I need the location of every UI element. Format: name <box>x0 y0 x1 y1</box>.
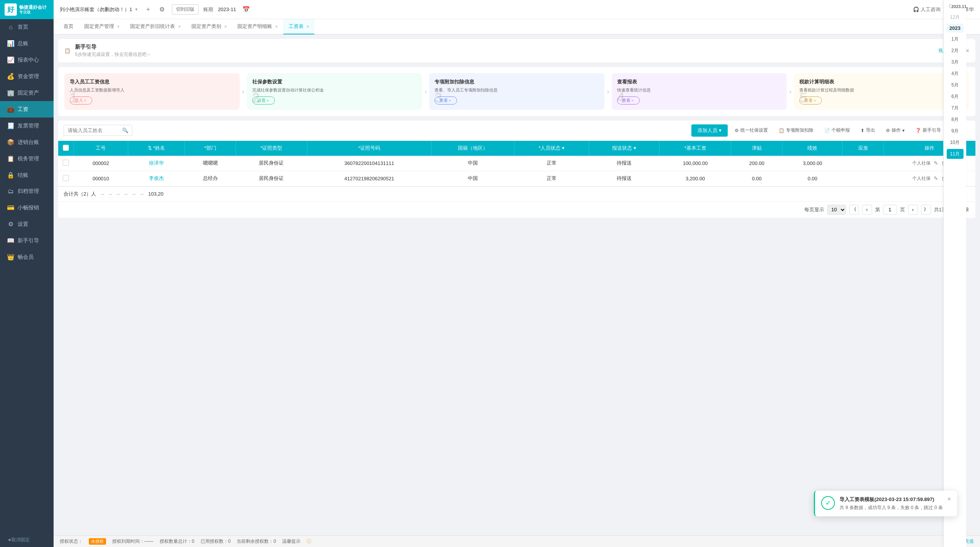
tab-fixed-depreciation[interactable]: 固定资产折旧统计表 × <box>125 19 186 34</box>
cal-month-11[interactable]: 11月 <box>947 149 964 159</box>
sidebar-item-settings[interactable]: ⚙ 设置 <box>0 216 54 232</box>
sidebar-item-reports[interactable]: 📈 报表中心 <box>0 52 54 68</box>
cal-month-4[interactable]: 4月 <box>947 69 964 78</box>
personal-insurance-link-1[interactable]: 个人社保 <box>912 160 931 167</box>
cal-month-dec-prev[interactable]: 12月 <box>947 12 964 22</box>
step-1: 导入员工工资信息 人员信息及工资数据新增导入 导入＞ 1 <box>64 73 240 110</box>
sidebar-label-member: 畅会员 <box>18 254 34 261</box>
sidebar-item-tax[interactable]: 📋 税务管理 <box>0 150 54 167</box>
auth-period: 授权到期时间：—— <box>112 538 154 545</box>
add-account-btn[interactable]: ＋ <box>143 4 154 15</box>
special-deduction-btn[interactable]: 📋 专项附加扣除 <box>775 125 817 136</box>
name-link-1[interactable]: 徐泽华 <box>149 160 164 166</box>
sidebar-item-fixed-assets[interactable]: 🏢 固定资产 <box>0 85 54 101</box>
sidebar-item-expense[interactable]: 🧾 发票管理 <box>0 118 54 134</box>
step-2: 社保参数设置 完成社保参数设置自动计算社保公积金 设置＞ 2 <box>247 73 422 110</box>
row2-checkbox[interactable] <box>63 175 69 181</box>
sidebar-label-archive: 归档管理 <box>18 188 39 195</box>
td-name-2[interactable]: 李俊杰 <box>128 171 185 186</box>
tab-fixed-category-label: 固定资产类别 <box>191 23 221 30</box>
settings-btn[interactable]: ⚙ <box>157 4 167 15</box>
select-all-checkbox[interactable] <box>63 145 69 151</box>
old-version-btn[interactable]: 切到旧版 <box>172 4 199 15</box>
row1-checkbox[interactable] <box>63 160 69 166</box>
th-status[interactable]: *人员状态 ▾ <box>514 141 589 156</box>
cal-month-9[interactable]: 9月 <box>947 126 964 136</box>
th-check[interactable] <box>58 141 74 156</box>
auth-total: 授权数量总计：0 <box>160 538 194 545</box>
sidebar-item-expense2[interactable]: 💳 小畅报销 <box>0 199 54 216</box>
prev-page-btn[interactable]: ‹ <box>862 205 872 215</box>
tab-salary-close[interactable]: × <box>307 24 309 29</box>
member-icon: 👑 <box>7 253 15 261</box>
td-status-2: 正常 <box>514 171 589 186</box>
logo-icon: 好 <box>5 3 17 16</box>
guide-btn[interactable]: ❓ 新手引导 <box>911 125 945 136</box>
toast-desc: 共 9 条数据，成功导入 9 条，失败 0 条，跳过 0 条 <box>840 505 942 511</box>
personal-insurance-link-2[interactable]: 个人社保 <box>912 175 931 182</box>
warning-label: 温馨提示 <box>282 538 301 545</box>
cal-month-7[interactable]: 7月 <box>947 103 964 113</box>
sidebar-label-salary: 工资 <box>18 106 28 113</box>
social-insurance-btn[interactable]: ⚙ 统一社保设置 <box>731 125 772 136</box>
toast-close-btn[interactable]: × <box>947 496 951 502</box>
cal-expand-icon[interactable]: 《 <box>946 3 951 10</box>
calendar-panel: 《 2023.11 12月 2023 1月 2月 3月 4月 5月 6月 7月 … <box>943 0 966 547</box>
add-person-btn[interactable]: 添加人员 ▾ <box>691 124 728 137</box>
tab-fixed-detail[interactable]: 固定资产明细账 × <box>232 19 283 34</box>
tax-report-btn[interactable]: 📄 个税申报 <box>820 125 854 136</box>
td-name-1[interactable]: 徐泽华 <box>128 156 185 171</box>
th-report-status[interactable]: 报送状态 ▾ <box>589 141 659 156</box>
tab-salary[interactable]: 工资表 × <box>283 19 314 34</box>
calendar-btn[interactable]: 📅 <box>241 4 252 15</box>
tab-fixed-category[interactable]: 固定资产类别 × <box>186 19 232 34</box>
consulting-btn[interactable]: 🎧 人工咨询 <box>913 6 941 13</box>
fixed-assets-icon: 🏢 <box>7 89 15 96</box>
pagination-bar: 每页显示 10 20 50 《 ‹ 第 页 › 》 共1页，2条记录 <box>58 201 975 218</box>
export-btn[interactable]: ⬆ 导出 <box>857 125 879 136</box>
table-wrapper: 工号 ⇅ *姓名 *部门 *证照类型 *证照号码 国籍（地区） *人员状态 ▾ … <box>58 141 975 186</box>
edit-icon-1[interactable]: ✎ <box>934 160 938 166</box>
th-name[interactable]: ⇅ *姓名 <box>128 141 185 156</box>
td-check-1[interactable] <box>58 156 74 171</box>
cal-month-1[interactable]: 1月 <box>947 34 964 44</box>
account-selector[interactable]: 刘小艳演示账套（勿删勿动！）1 ▼ <box>60 6 138 13</box>
sidebar-item-funds[interactable]: 💰 资金管理 <box>0 68 54 85</box>
operations-btn[interactable]: ⚙ 操作 ▾ <box>882 125 908 136</box>
export-icon: ⬆ <box>861 128 864 133</box>
sidebar-item-guide[interactable]: 📖 新手引导 <box>0 232 54 249</box>
cal-month-3[interactable]: 3月 <box>947 57 964 67</box>
search-input[interactable] <box>68 127 120 133</box>
td-check-2[interactable] <box>58 171 74 186</box>
page-input[interactable] <box>883 205 897 215</box>
sidebar-item-home[interactable]: ⌂ 首页 <box>0 19 54 35</box>
tab-fixed-assets-close[interactable]: × <box>117 24 119 29</box>
tab-fixed-depreciation-close[interactable]: × <box>178 24 180 29</box>
tab-fixed-category-close[interactable]: × <box>224 24 227 29</box>
tab-home[interactable]: 首页 <box>58 19 79 34</box>
cal-month-8[interactable]: 8月 <box>947 114 964 124</box>
per-page-select[interactable]: 10 20 50 <box>827 205 846 215</box>
last-page-btn[interactable]: 》 <box>921 205 931 215</box>
cal-month-10[interactable]: 10月 <box>947 137 964 147</box>
cal-month-5[interactable]: 5月 <box>947 80 964 90</box>
cal-month-2[interactable]: 2月 <box>947 46 964 56</box>
first-page-btn[interactable]: 《 <box>849 205 859 215</box>
step-1-title: 导入员工工资信息 <box>70 78 234 85</box>
tab-fixed-assets[interactable]: 固定资产管理 × <box>79 19 125 34</box>
tab-fixed-detail-close[interactable]: × <box>275 24 278 29</box>
next-page-btn[interactable]: › <box>908 205 918 215</box>
sidebar-item-inventory[interactable]: 📦 进销台账 <box>0 134 54 150</box>
sidebar-item-archive[interactable]: 🗂 归档管理 <box>0 183 54 199</box>
sidebar-label-expense2: 小畅报销 <box>18 204 39 211</box>
sidebar-footer[interactable]: ◄取消固定 <box>0 533 54 547</box>
name-link-2[interactable]: 李俊杰 <box>149 175 164 181</box>
sidebar-item-general-ledger[interactable]: 📊 总账 <box>0 35 54 52</box>
sidebar-item-salary[interactable]: 💼 工资 <box>0 101 54 118</box>
sidebar-item-member[interactable]: 👑 畅会员 <box>0 249 54 265</box>
edit-icon-2[interactable]: ✎ <box>934 175 938 181</box>
sidebar-item-close[interactable]: 🔒 结账 <box>0 167 54 183</box>
intro-close-btn[interactable]: × <box>966 47 969 54</box>
cancel-fixed-label: ◄取消固定 <box>7 537 30 543</box>
cal-month-6[interactable]: 6月 <box>947 91 964 101</box>
